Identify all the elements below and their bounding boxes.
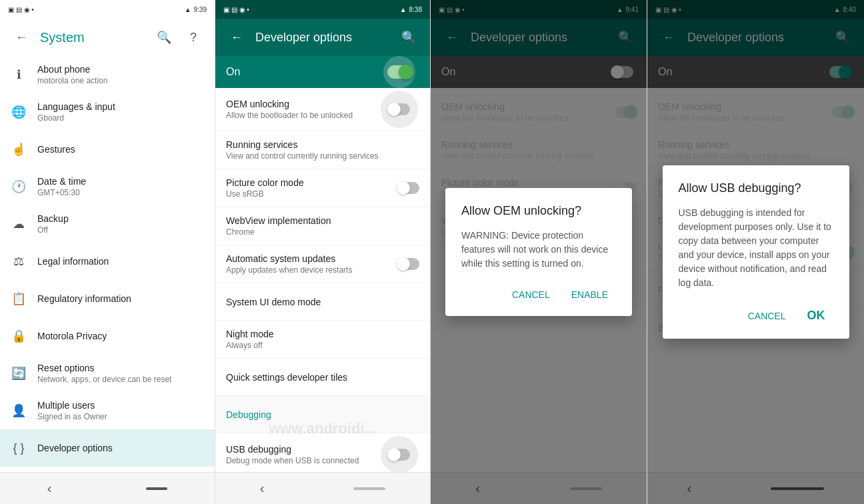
toolbar-1: ← System 🔍 ? [0, 19, 215, 56]
auto-updates-title: Automatic system updates [226, 253, 398, 264]
time-display: 9:39 [194, 6, 207, 13]
nav-home-1[interactable] [146, 487, 167, 490]
picture-color-subtitle: Use sRGB [226, 189, 398, 199]
on-toggle[interactable] [387, 65, 411, 79]
running-title: Running services [226, 139, 419, 150]
gestures-title: Gestures [37, 144, 204, 155]
dev-header-title-2: Developer options [255, 31, 390, 45]
usb-debugging-subtitle: Debug mode when USB is connected [226, 456, 379, 465]
usb-dialog: Allow USB debugging? USB debugging is in… [663, 165, 849, 339]
usb-dialog-overlay: Allow USB debugging? USB debugging is in… [647, 0, 864, 504]
dev-item-running-services[interactable]: Running services View and control curren… [215, 131, 430, 169]
languages-subtitle: Gboard [37, 113, 204, 123]
oem-dialog-title: Allow OEM unlocking? [461, 204, 616, 218]
help-button-1[interactable]: ? [183, 27, 204, 48]
nav-home-2[interactable] [353, 487, 385, 490]
status-icons-right-2: ▲ 8:38 [400, 6, 422, 13]
oem-toggle-thumb [387, 103, 401, 116]
usb-toggle[interactable] [389, 449, 410, 461]
dev-item-night-mode[interactable]: Night mode Always off [215, 321, 430, 359]
dev-header-2: ← Developer options 🔍 [215, 19, 430, 56]
settings-item-datetime[interactable]: 🕐 Date & time GMT+05:30 [0, 168, 215, 205]
system-settings-panel: ▣ ▤ ◉ • ▲ 9:39 ← System 🔍 ? ℹ About phon… [0, 0, 215, 504]
legal-title: Legal information [37, 256, 204, 267]
languages-title: Languages & input [37, 101, 204, 112]
oem-subtitle: Allow the bootloader to be unlocked [226, 111, 379, 120]
nav-back-2[interactable]: ‹ [260, 481, 265, 496]
users-icon: 👤 [11, 403, 27, 419]
about-phone-subtitle: motorola one action [37, 76, 204, 85]
notification-icons: ▣ ▤ ◉ • [8, 6, 34, 13]
settings-item-motorola-privacy[interactable]: 🔒 Motorola Privacy [0, 317, 215, 355]
legal-icon: ⚖ [11, 253, 27, 269]
developer-options-panel: ▣ ▤ ◉ • ▲ 8:38 ← Developer options 🔍 On … [215, 0, 431, 504]
status-icons-right: ▲ 9:39 [185, 6, 207, 13]
back-button-2[interactable]: ← [226, 27, 247, 48]
datetime-icon: 🕐 [11, 179, 27, 195]
on-toggle-circle [379, 59, 419, 85]
settings-item-gestures[interactable]: ☝ Gestures [0, 131, 215, 168]
backup-title: Backup [37, 213, 204, 224]
datetime-title: Date & time [37, 176, 204, 187]
search-button-2[interactable]: 🔍 [398, 27, 419, 48]
dev-item-quick-settings[interactable]: Quick settings developer tiles [215, 359, 430, 396]
webview-subtitle: Chrome [226, 227, 419, 237]
auto-updates-toggle[interactable] [398, 258, 419, 270]
settings-item-reset[interactable]: 🔄 Reset options Network, apps, or device… [0, 355, 215, 392]
settings-item-legal[interactable]: ⚖ Legal information [0, 243, 215, 280]
dev-item-usb-debugging[interactable]: USB debugging Debug mode when USB is con… [215, 433, 430, 472]
nav-back-1[interactable]: ‹ [47, 481, 52, 496]
dev-item-webview[interactable]: WebView implementation Chrome [215, 207, 430, 245]
settings-item-regulatory[interactable]: 📋 Regulatory information [0, 280, 215, 317]
back-button-1[interactable]: ← [11, 27, 32, 48]
settings-item-backup[interactable]: ☁ Backup Off [0, 205, 215, 243]
settings-item-languages[interactable]: 🌐 Languages & input Gboard [0, 93, 215, 131]
dev-item-system-ui[interactable]: System UI demo mode [215, 283, 430, 321]
on-row-2[interactable]: On [215, 56, 430, 88]
status-icons-left-2: ▣ ▤ ◉ • [223, 6, 249, 13]
dev-item-oem[interactable]: OEM unlocking Allow the bootloader to be… [215, 88, 430, 131]
about-phone-icon: ℹ [11, 67, 27, 83]
picture-color-toggle[interactable] [398, 182, 419, 194]
notification-icons-2: ▣ ▤ ◉ • [223, 6, 249, 13]
gestures-icon: ☝ [11, 141, 27, 157]
oem-dialog-buttons: Cancel Enable [461, 284, 616, 305]
oem-dialog: Allow OEM unlocking? WARNING: Device pro… [445, 188, 632, 316]
developer-title: Developer options [37, 443, 204, 453]
search-button-1[interactable]: 🔍 [153, 27, 175, 48]
nav-bar-1: ‹ [0, 472, 215, 504]
dev-item-picture-color[interactable]: Picture color mode Use sRGB [215, 169, 430, 207]
reset-icon: 🔄 [11, 365, 27, 381]
wifi-icon: ▲ [185, 6, 191, 13]
wifi-icon-2: ▲ [400, 6, 407, 13]
settings-item-multiple-users[interactable]: 👤 Multiple users Signed in as Owner [0, 392, 215, 429]
oem-enable-button[interactable]: Enable [563, 284, 616, 305]
reset-subtitle: Network, apps, or device can be reset [37, 375, 204, 384]
reset-title: Reset options [37, 363, 204, 373]
oem-toggle[interactable] [389, 103, 410, 115]
dev-item-auto-updates[interactable]: Automatic system updates Apply updates w… [215, 245, 430, 283]
dev-item-debugging-header: Debugging [215, 396, 430, 433]
night-mode-title: Night mode [226, 329, 419, 339]
picture-color-title: Picture color mode [226, 177, 398, 188]
backup-subtitle: Off [37, 225, 204, 235]
status-bar-2: ▣ ▤ ◉ • ▲ 8:38 [215, 0, 430, 19]
usb-toggle-area [379, 441, 419, 468]
usb-dialog-panel: ▣ ▤ ◉ • ▲ 8:40 ← Developer options 🔍 On … [647, 0, 864, 504]
usb-cancel-button[interactable]: Cancel [740, 303, 794, 328]
settings-item-about-phone[interactable]: ℹ About phone motorola one action [0, 56, 215, 93]
oem-cancel-button[interactable]: Cancel [504, 284, 558, 305]
night-mode-subtitle: Always off [226, 341, 419, 350]
usb-ok-button[interactable]: OK [799, 303, 833, 328]
settings-list: ℹ About phone motorola one action 🌐 Lang… [0, 56, 215, 472]
regulatory-title: Regulatory information [37, 293, 204, 304]
backup-icon: ☁ [11, 216, 27, 232]
webview-title: WebView implementation [226, 215, 419, 226]
oem-dialog-body: WARNING: Device protection features will… [461, 229, 616, 271]
usb-dialog-title: Allow USB debugging? [679, 181, 833, 195]
settings-item-system-update[interactable]: 📱 System updates Updated to Android 9 [0, 467, 215, 472]
status-bar-1: ▣ ▤ ◉ • ▲ 9:39 [0, 0, 215, 19]
about-phone-title: About phone [37, 64, 204, 75]
settings-item-developer[interactable]: { } Developer options [0, 429, 215, 467]
regulatory-icon: 📋 [11, 291, 27, 307]
